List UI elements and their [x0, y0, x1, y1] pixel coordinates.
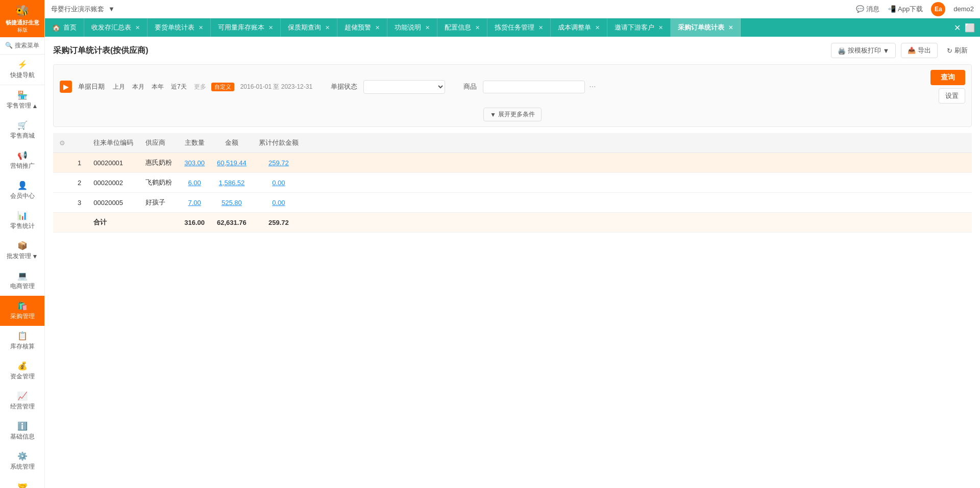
- user-avatar[interactable]: Ea: [931, 2, 945, 16]
- sidebar-item-enterprise-collab[interactable]: 🤝 企业协同: [0, 476, 44, 488]
- footer-end: [305, 213, 972, 233]
- sidebar-item-zero-retail[interactable]: 🏪 零售管理 ▲: [0, 85, 44, 115]
- user-name: demo2: [953, 5, 974, 13]
- tab-chengbentiaozhen-close[interactable]: ✕: [595, 24, 600, 31]
- sidebar-item-quick-nav[interactable]: ⚡ 快捷导航: [0, 55, 44, 85]
- tab-yaohuo-close[interactable]: ✕: [199, 24, 203, 31]
- tab-gongneng[interactable]: 功能说明 ✕: [387, 18, 437, 37]
- tab-keyongliang-close[interactable]: ✕: [268, 24, 273, 31]
- tab-peizhi-close[interactable]: ✕: [475, 24, 480, 31]
- sidebar-item-finance[interactable]: 💰 资金管理: [0, 356, 44, 386]
- custom-date-tag: 自定义: [211, 83, 234, 91]
- message-btn[interactable]: 💬 消息: [856, 5, 879, 14]
- query-button[interactable]: 查询: [930, 70, 965, 85]
- status-filter-select[interactable]: [363, 80, 445, 94]
- tab-gongneng-close[interactable]: ✕: [425, 24, 430, 31]
- sidebar-item-purchase[interactable]: 🛍️ 采购管理: [0, 296, 44, 326]
- avatar-initials: Ea: [935, 6, 942, 13]
- member-center-label: 会员中心: [10, 192, 35, 200]
- footer-main-qty: 316.00: [178, 213, 211, 233]
- megaphone-icon: 📢: [17, 150, 28, 160]
- wholesale-label: 批发管理: [7, 252, 31, 261]
- tab-paihuorenwu[interactable]: 拣货任务管理 ✕: [487, 18, 551, 37]
- date-more[interactable]: 更多: [192, 82, 208, 92]
- cart-icon: 🛒: [17, 120, 28, 130]
- tab-maximize-icon[interactable]: ⬜: [965, 23, 975, 33]
- quick-nav-label: 快捷导航: [10, 71, 35, 80]
- goods-filter-input[interactable]: [483, 81, 585, 93]
- goods-filter-label: 商品: [463, 82, 477, 91]
- template-print-label: 按模板打印: [848, 46, 881, 55]
- tab-caigou-close[interactable]: ✕: [728, 24, 733, 31]
- export-button[interactable]: 📤 导出: [901, 43, 938, 58]
- workspace-selector[interactable]: 母婴行业演示账套 ▼: [51, 5, 115, 14]
- search-icon: 🔍: [5, 42, 13, 49]
- expand-more-button[interactable]: ▼ 展开更多条件: [483, 108, 542, 121]
- tab-baoxiaoqi[interactable]: 保质期查询 ✕: [281, 18, 337, 37]
- status-filter-label: 单据状态: [331, 82, 357, 91]
- home-icon: 🏠: [52, 24, 60, 32]
- sidebar-item-ecommerce[interactable]: 💻 电商管理: [0, 266, 44, 296]
- filter-more-dots[interactable]: ···: [589, 82, 596, 91]
- row-amount-2[interactable]: 525.80: [211, 193, 253, 213]
- tab-keyongliang[interactable]: 可用量库存账本 ✕: [211, 18, 281, 37]
- sidebar-item-retail-mall[interactable]: 🛒 零售商城: [0, 115, 44, 145]
- date-last-7-days[interactable]: 近7天: [169, 82, 189, 92]
- tab-shoufahuizong-close[interactable]: ✕: [135, 24, 140, 31]
- refresh-button[interactable]: ↻ 刷新: [943, 43, 972, 58]
- row-settings-1: [53, 173, 71, 193]
- sidebar-search[interactable]: 🔍 搜索菜单: [0, 37, 44, 55]
- tab-peizhi[interactable]: 配置信息 ✕: [437, 18, 487, 37]
- th-paid-amount: 累计付款金额: [253, 133, 305, 153]
- row-amount-0[interactable]: 60,519.44: [211, 153, 253, 173]
- template-print-button[interactable]: 🖨️ 按模板打印 ▼: [831, 43, 896, 58]
- tab-chengbentiaozhen-label: 成本调整单: [558, 23, 591, 32]
- sidebar-item-marketing[interactable]: 📢 营销推广: [0, 145, 44, 175]
- table-body: 1 00020001 惠氏奶粉 303.00 60,519.44 259.72 …: [53, 153, 972, 213]
- tab-yaoqing-close[interactable]: ✕: [658, 24, 663, 31]
- row-main-qty-0[interactable]: 303.00: [178, 153, 211, 173]
- tab-paihuorenwu-close[interactable]: ✕: [538, 24, 543, 31]
- clipboard-icon: 📋: [17, 331, 28, 341]
- tab-chaochuyu[interactable]: 超储预警 ✕: [337, 18, 387, 37]
- sidebar-item-wholesale[interactable]: 📦 批发管理 ▼: [0, 236, 44, 266]
- tab-home[interactable]: 🏠 首页: [45, 18, 84, 37]
- date-this-year[interactable]: 本年: [150, 82, 166, 92]
- sidebar-item-biz[interactable]: 📈 经营管理: [0, 386, 44, 416]
- tab-yaohuo[interactable]: 要货单统计表 ✕: [148, 18, 211, 37]
- page-title: 采购订单统计表(按供应商): [53, 45, 149, 56]
- sidebar-item-member-center[interactable]: 👤 会员中心: [0, 175, 44, 206]
- tab-close-all-icon[interactable]: ✕: [954, 23, 961, 33]
- tab-gongneng-label: 功能说明: [395, 23, 421, 32]
- shopping-icon: 🛍️: [17, 301, 28, 311]
- row-paid-amount-2[interactable]: 0.00: [253, 193, 305, 213]
- row-main-qty-1[interactable]: 6.00: [178, 173, 211, 193]
- money-icon: 💰: [17, 361, 28, 371]
- tab-chaochuyu-close[interactable]: ✕: [375, 24, 380, 31]
- date-this-month[interactable]: 本月: [130, 82, 146, 92]
- workspace-dropdown-icon: ▼: [108, 5, 115, 13]
- row-paid-amount-1[interactable]: 0.00: [253, 173, 305, 193]
- row-amount-1[interactable]: 1,586.52: [211, 173, 253, 193]
- quick-nav: ⚡ 快捷导航: [0, 55, 44, 85]
- tab-keyongliang-label: 可用量库存账本: [218, 23, 264, 32]
- row-paid-amount-0[interactable]: 259.72: [253, 153, 305, 173]
- tab-baoxiaoqi-close[interactable]: ✕: [325, 24, 330, 31]
- box-icon: 📦: [17, 241, 28, 250]
- settings-button[interactable]: 设置: [939, 88, 965, 104]
- tab-chengbentiaozhen[interactable]: 成本调整单 ✕: [551, 18, 607, 37]
- app-download-btn[interactable]: 📲 App下载: [888, 5, 923, 14]
- date-last-month[interactable]: 上月: [111, 82, 127, 92]
- sidebar-item-inventory[interactable]: 📋 库存核算: [0, 326, 44, 356]
- sidebar-item-retail-stats[interactable]: 📊 零售统计: [0, 206, 44, 236]
- table-settings-icon[interactable]: ⚙: [59, 139, 65, 147]
- filter-toggle-button[interactable]: ▶: [60, 81, 72, 93]
- tab-shoufahuizong[interactable]: 收发存汇总表 ✕: [84, 18, 148, 37]
- row-main-qty-2[interactable]: 7.00: [178, 193, 211, 213]
- tab-caigou-active[interactable]: 采购订单统计表 ✕: [671, 18, 741, 37]
- sidebar-item-basic-info[interactable]: ℹ️ 基础信息: [0, 416, 44, 446]
- tab-caigou-label: 采购订单统计表: [678, 23, 724, 32]
- tab-yaoqing[interactable]: 邀请下游客户 ✕: [607, 18, 671, 37]
- sidebar-item-sys-mgmt[interactable]: ⚙️ 系统管理: [0, 446, 44, 476]
- monitor-icon: 💻: [17, 271, 28, 280]
